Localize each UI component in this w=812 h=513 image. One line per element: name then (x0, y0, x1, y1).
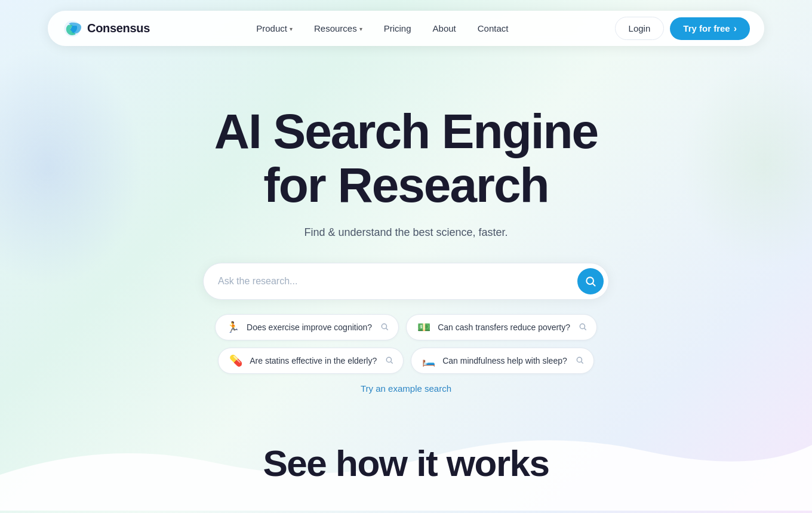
nav-product-label: Product (256, 23, 287, 33)
search-bar (203, 263, 609, 300)
queries-row-1: 🏃 Does exercise improve cognition? 💵 Can… (215, 314, 597, 340)
cash-query-text: Can cash transfers reduce poverty? (438, 322, 570, 332)
nav-about[interactable]: About (425, 19, 465, 38)
mindfulness-search-icon (576, 356, 584, 366)
search-button[interactable] (577, 268, 604, 294)
nav-contact-label: Contact (478, 23, 509, 33)
nav-resources[interactable]: Resources ▾ (306, 19, 371, 38)
bottom-section: See how it works (0, 430, 812, 484)
nav-product[interactable]: Product ▾ (248, 19, 301, 38)
svg-line-3 (386, 328, 388, 330)
exercise-query-text: Does exercise improve cognition? (247, 322, 372, 332)
svg-line-5 (585, 328, 586, 330)
nav-pricing[interactable]: Pricing (376, 19, 420, 38)
nav-resources-label: Resources (314, 23, 357, 33)
try-example-link[interactable]: Try an example search (361, 383, 451, 394)
logo-text: Consensus (87, 21, 150, 35)
statins-query-text: Are statins effective in the elderly? (250, 356, 377, 365)
svg-line-9 (581, 362, 583, 364)
hero-section: AI Search Engine for Research Find & und… (0, 57, 812, 430)
try-free-button[interactable]: Try for free › (670, 17, 750, 40)
query-chip-cash[interactable]: 💵 Can cash transfers reduce poverty? (406, 314, 597, 340)
page-wrapper: Consensus Product ▾ Resources ▾ Pricing … (0, 0, 812, 513)
exercise-search-icon (380, 322, 389, 333)
statins-emoji: 💊 (228, 354, 244, 367)
navbar-actions: Login Try for free › (615, 17, 750, 40)
query-chip-statins[interactable]: 💊 Are statins effective in the elderly? (218, 348, 404, 374)
mindfulness-query-text: Can mindfulness help with sleep? (442, 356, 567, 365)
example-queries: 🏃 Does exercise improve cognition? 💵 Can… (12, 314, 800, 374)
login-button[interactable]: Login (615, 17, 665, 40)
hero-title-line1: AI Search Engine (214, 104, 598, 158)
svg-line-1 (593, 284, 595, 286)
product-chevron-icon: ▾ (290, 26, 293, 32)
try-free-label: Try for free (683, 23, 730, 33)
hero-subtitle: Find & understand the best science, fast… (12, 226, 800, 239)
logo-icon (62, 19, 82, 39)
cash-search-icon (579, 322, 587, 333)
statins-search-icon (385, 356, 393, 366)
queries-row-2: 💊 Are statins effective in the elderly? … (218, 348, 594, 374)
bottom-title: See how it works (0, 442, 812, 484)
nav-pricing-label: Pricing (384, 23, 411, 33)
search-icon (585, 275, 596, 287)
navbar-nav: Product ▾ Resources ▾ Pricing About Cont… (248, 19, 516, 38)
query-chip-exercise[interactable]: 🏃 Does exercise improve cognition? (215, 314, 399, 340)
search-input[interactable] (218, 276, 577, 287)
nav-contact[interactable]: Contact (469, 19, 517, 38)
logo-link[interactable]: Consensus (62, 19, 150, 39)
exercise-emoji: 🏃 (225, 321, 241, 334)
try-free-arrow-icon: › (734, 23, 737, 34)
query-chip-mindfulness[interactable]: 🛏️ Can mindfulness help with sleep? (411, 348, 594, 374)
cash-emoji: 💵 (416, 321, 432, 334)
navbar: Consensus Product ▾ Resources ▾ Pricing … (48, 11, 764, 46)
svg-line-7 (391, 362, 393, 364)
hero-title-line2: for Research (263, 158, 548, 212)
resources-chevron-icon: ▾ (359, 26, 362, 32)
mindfulness-emoji: 🛏️ (421, 354, 436, 367)
hero-title: AI Search Engine for Research (12, 105, 800, 212)
nav-about-label: About (433, 23, 456, 33)
search-container (12, 263, 800, 300)
